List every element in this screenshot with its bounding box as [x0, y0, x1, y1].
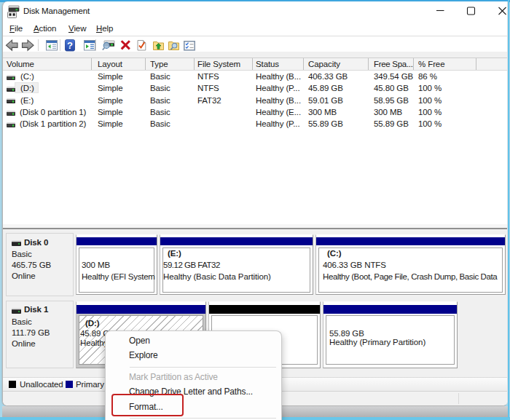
svg-text:?: ? — [67, 40, 73, 51]
